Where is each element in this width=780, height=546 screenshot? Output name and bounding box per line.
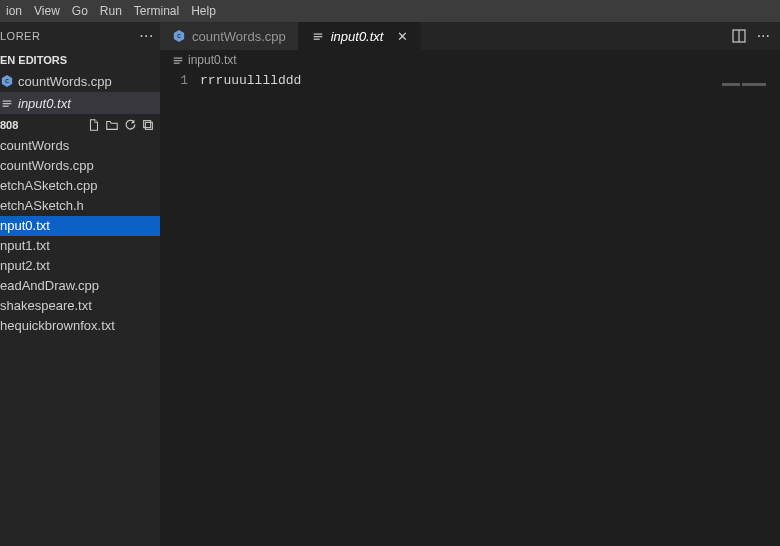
text-file-icon xyxy=(311,30,325,42)
menu-item-selection-partial[interactable]: ion xyxy=(0,4,28,18)
tab-bar-actions: ··· xyxy=(721,22,780,50)
file-item[interactable]: nput0.txt xyxy=(0,216,160,236)
svg-rect-1 xyxy=(3,100,12,101)
tab-label: input0.txt xyxy=(331,29,384,44)
svg-rect-2 xyxy=(3,103,12,104)
split-editor-icon[interactable] xyxy=(731,28,747,44)
file-item[interactable]: hequickbrownfox.txt xyxy=(0,316,160,336)
tab-label: countWords.cpp xyxy=(192,29,286,44)
close-icon[interactable]: ✕ xyxy=(397,29,408,44)
tab-countwords[interactable]: C countWords.cpp xyxy=(160,22,299,50)
line-number-gutter: 1 xyxy=(160,70,200,546)
file-list: countWords countWords.cpp etchASketch.cp… xyxy=(0,136,160,336)
explorer-title: LORER xyxy=(0,30,40,42)
editor-area: C countWords.cpp input0.txt ✕ ··· xyxy=(160,22,780,546)
minimap[interactable] xyxy=(722,72,772,82)
svg-rect-7 xyxy=(313,33,322,34)
file-item[interactable]: nput2.txt xyxy=(0,256,160,276)
code-body[interactable]: 1 rrruuullllddd xyxy=(160,70,780,546)
explorer-more-icon[interactable]: ··· xyxy=(139,27,154,45)
open-editor-item[interactable]: C countWords.cpp xyxy=(0,70,160,92)
open-editor-label: input0.txt xyxy=(18,96,71,111)
file-item[interactable]: eadAndDraw.cpp xyxy=(0,276,160,296)
menubar: ion View Go Run Terminal Help xyxy=(0,0,780,22)
cpp-file-icon: C xyxy=(0,75,14,87)
file-item[interactable]: nput1.txt xyxy=(0,236,160,256)
folder-row[interactable]: 808 xyxy=(0,114,160,136)
svg-rect-4 xyxy=(144,121,151,128)
svg-text:C: C xyxy=(177,33,181,39)
folder-name: 808 xyxy=(0,119,18,131)
svg-rect-8 xyxy=(313,36,322,37)
file-item[interactable]: etchASketch.h xyxy=(0,196,160,216)
explorer-sidebar: LORER ··· EN EDITORS C countWords.cpp in… xyxy=(0,22,160,546)
menu-item-run[interactable]: Run xyxy=(94,4,128,18)
svg-text:C: C xyxy=(5,78,9,84)
file-item[interactable]: countWords xyxy=(0,136,160,156)
tab-bar: C countWords.cpp input0.txt ✕ ··· xyxy=(160,22,780,50)
svg-rect-13 xyxy=(174,60,183,61)
text-file-icon xyxy=(0,97,14,109)
code-text[interactable]: rrruuullllddd xyxy=(200,70,780,546)
new-file-icon[interactable] xyxy=(86,117,102,133)
folder-actions xyxy=(86,117,156,133)
line-number: 1 xyxy=(160,72,188,90)
svg-rect-14 xyxy=(174,63,180,64)
refresh-icon[interactable] xyxy=(122,117,138,133)
editor-more-icon[interactable]: ··· xyxy=(757,27,770,45)
open-editor-label: countWords.cpp xyxy=(18,74,112,89)
svg-rect-3 xyxy=(3,106,9,107)
menu-item-go[interactable]: Go xyxy=(66,4,94,18)
menu-item-help[interactable]: Help xyxy=(185,4,222,18)
svg-rect-5 xyxy=(145,122,152,129)
menu-item-view[interactable]: View xyxy=(28,4,66,18)
breadcrumb[interactable]: input0.txt xyxy=(160,50,780,70)
svg-rect-9 xyxy=(313,39,319,40)
code-line: rrruuullllddd xyxy=(200,72,780,90)
collapse-all-icon[interactable] xyxy=(140,117,156,133)
breadcrumb-path: input0.txt xyxy=(188,53,237,67)
explorer-header: LORER ··· xyxy=(0,22,160,50)
cpp-file-icon: C xyxy=(172,30,186,42)
svg-rect-12 xyxy=(174,57,183,58)
text-file-icon xyxy=(172,54,184,66)
open-editors-label: EN EDITORS xyxy=(0,50,160,70)
menu-item-terminal[interactable]: Terminal xyxy=(128,4,185,18)
file-item[interactable]: etchASketch.cpp xyxy=(0,176,160,196)
new-folder-icon[interactable] xyxy=(104,117,120,133)
open-editor-item[interactable]: input0.txt xyxy=(0,92,160,114)
file-item[interactable]: countWords.cpp xyxy=(0,156,160,176)
file-item[interactable]: shakespeare.txt xyxy=(0,296,160,316)
tab-input0[interactable]: input0.txt ✕ xyxy=(299,22,422,50)
